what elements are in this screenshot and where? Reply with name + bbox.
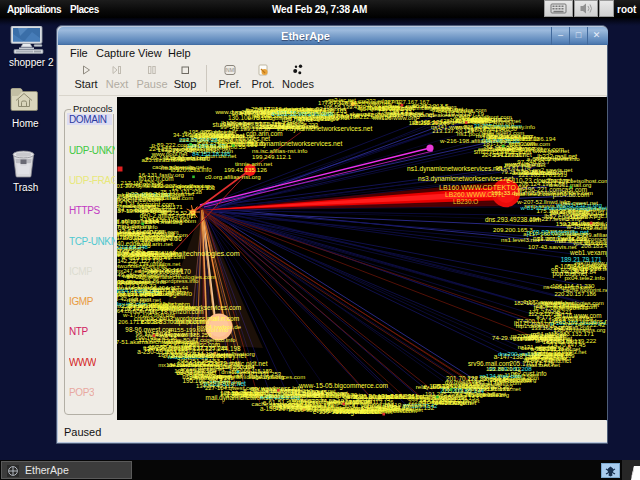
svg-text:165.160.115.189: 165.160.115.189 [229, 368, 272, 374]
svg-text:ns1.footprint.com: ns1.footprint.com [572, 220, 607, 226]
svg-text:204.74.99.103: 204.74.99.103 [307, 107, 347, 114]
svg-text:107-43.savvis.net: 107-43.savvis.net [528, 243, 577, 250]
svg-text:207-55.dsl04.akamaitechnologie: 207-55.dsl04.akamaitechnologies.com [117, 249, 240, 258]
svg-text:c0.org.afilias-nst.org: c0.org.afilias-nst.org [205, 173, 261, 180]
svg-text:a-183-91.rr.org: a-183-91.rr.org [521, 350, 562, 357]
svg-text:62-159.ultradns.com: 62-159.ultradns.com [432, 107, 487, 113]
svg-text:ns154.edge.net: ns154.edge.net [390, 111, 434, 119]
svg-text:141.67.62.45: 141.67.62.45 [290, 389, 328, 396]
svg-text:dist1.pool.net: dist1.pool.net [141, 194, 178, 201]
svg-text:w-81-92.akamaitechnologies.net: w-81-92.akamaitechnologies.net [520, 205, 607, 211]
svg-text:pix04.ivwbox.de: pix04.ivwbox.de [197, 323, 242, 330]
svg-text:dns.293.49238.com: dns.293.49238.com [485, 216, 541, 223]
svg-text:cdptpa-obr03.wordpress.mail.rr: cdptpa-obr03.wordpress.mail.rr.com [134, 315, 240, 323]
svg-text:mail.arin.com: mail.arin.com [231, 390, 266, 396]
svg-text:124.104.233.72.static.pldt.net: 124.104.233.72.static.pldt.net [181, 360, 268, 368]
svg-text:LB260.WWW.CDTL: LB260.WWW.CDTL [445, 191, 505, 198]
svg-text:220.20.157.186: 220.20.157.186 [554, 291, 596, 297]
svg-text:106.152.186.194: 106.152.186.194 [509, 135, 556, 142]
svg-text:199.249.112.1: 199.249.112.1 [252, 153, 292, 160]
svg-text:122.86.20.12: 122.86.20.12 [486, 366, 522, 372]
svg-text:ns94.www.org: ns94.www.org [182, 373, 223, 381]
svg-text:udns2.ultradns.net: udns2.ultradns.net [297, 114, 350, 121]
svg-text:LB230.O: LB230.O [453, 198, 478, 205]
svg-text:157-20.akamaitechnologies.org: 157-20.akamaitechnologies.org [117, 284, 175, 291]
svg-text:www.telia.org: www.telia.org [504, 161, 541, 167]
svg-text:149.208.80.55: 149.208.80.55 [206, 143, 246, 150]
svg-text:16-131.fastly.org: 16-131.fastly.org [138, 171, 184, 178]
svg-text:w-80-47.cogentco.info: w-80-47.cogentco.info [176, 337, 237, 343]
svg-text:189.21.79.171: 189.21.79.171 [561, 256, 602, 263]
svg-text:134.84.40.113: 134.84.40.113 [196, 383, 235, 389]
svg-text:ns1.dynamicnetworkservices.net: ns1.dynamicnetworkservices.net [407, 165, 502, 173]
svg-text:outbrain.bmail.gmxnebb.net: outbrain.bmail.gmxnebb.net [343, 393, 425, 401]
svg-text:mx240.edge.org: mx240.edge.org [117, 240, 151, 248]
svg-text:209.200.165.3: 209.200.165.3 [493, 226, 533, 233]
svg-text:a72-246-50-33.deploy.net: a72-246-50-33.deploy.net [171, 352, 246, 360]
svg-text:a-158-207.akamaitechnologies.o: a-158-207.akamaitechnologies.org [260, 405, 359, 413]
svg-text:ntp1.dyn.org: ntp1.dyn.org [118, 223, 151, 229]
svg-text:67.41.91.117: 67.41.91.117 [126, 182, 161, 188]
svg-text:relay.dsl.net: relay.dsl.net [416, 383, 449, 390]
svg-text:139-170.dynect.net: 139-170.dynect.net [546, 301, 599, 308]
svg-text:213.137.20.123: 213.137.20.123 [432, 128, 474, 134]
svg-text:NM: NM [226, 67, 234, 73]
svg-text:www-15-05.bigcommerce.com: www-15-05.bigcommerce.com [298, 382, 389, 390]
svg-text:px04.bb.com: px04.bb.com [553, 191, 590, 199]
svg-text:www.pool.net: www.pool.net [151, 151, 188, 157]
svg-text:133-11.fastly.com: 133-11.fastly.com [475, 380, 521, 386]
svg-text:edge.dyn.org: edge.dyn.org [248, 373, 285, 380]
svg-text:199.43.135.126: 199.43.135.126 [224, 166, 268, 173]
svg-text:121.16.31.206: 121.16.31.206 [411, 120, 450, 126]
svg-text:111-190.cogentco.net: 111-190.cogentco.net [117, 234, 171, 242]
svg-text:e-195-237.gblx.info: e-195-237.gblx.info [184, 129, 234, 135]
svg-text:ns86.edge.net: ns86.edge.net [524, 334, 565, 342]
svg-text:pop.cust.net: pop.cust.net [552, 270, 587, 278]
svg-text:mx2.savvis.net: mx2.savvis.net [533, 167, 573, 173]
svg-text:w-74-223.comcast.info: w-74-223.comcast.info [560, 236, 607, 242]
svg-text:ns3.dynamicnetworkservices.net: ns3.dynamicnetworkservices.net [418, 175, 513, 183]
svg-text:lb26.mail.com: lb26.mail.com [554, 325, 591, 331]
svg-text:77.200.171.195: 77.200.171.195 [517, 318, 559, 324]
svg-text:cdn.ultradns.com: cdn.ultradns.com [418, 399, 464, 405]
svg-text:w-216-198.afilias-nst.com: w-216-198.afilias-nst.com [439, 137, 511, 144]
svg-text:171.52.236.171: 171.52.236.171 [141, 204, 183, 210]
svg-text:srv96.mail.com: srv96.mail.com [468, 360, 511, 367]
svg-text:dlv.sys.nic.org: dlv.sys.nic.org [128, 302, 168, 310]
svg-text:a23.speakeasy.info: a23.speakeasy.info [484, 124, 536, 130]
svg-text:web1.dyn.info: web1.dyn.info [122, 273, 159, 279]
svg-text:lb106.edge.net: lb106.edge.net [221, 120, 261, 126]
svg-text:LB160.WWW.CDTEKTO.net: LB160.WWW.CDTEKTO.net [439, 184, 528, 191]
svg-text:lb176.www.com: lb176.www.com [557, 312, 602, 319]
svg-text:ns1.level3.net: ns1.level3.net [501, 236, 539, 243]
svg-text:84.132.74.52: 84.132.74.52 [300, 398, 336, 404]
svg-text:ns4.dynamicnetworkservices.net: ns4.dynamicnetworkservices.net [277, 125, 372, 133]
svg-text:mail.cust.net: mail.cust.net [526, 362, 560, 368]
svg-text:127.127.167.167: 127.127.167.167 [384, 99, 430, 105]
